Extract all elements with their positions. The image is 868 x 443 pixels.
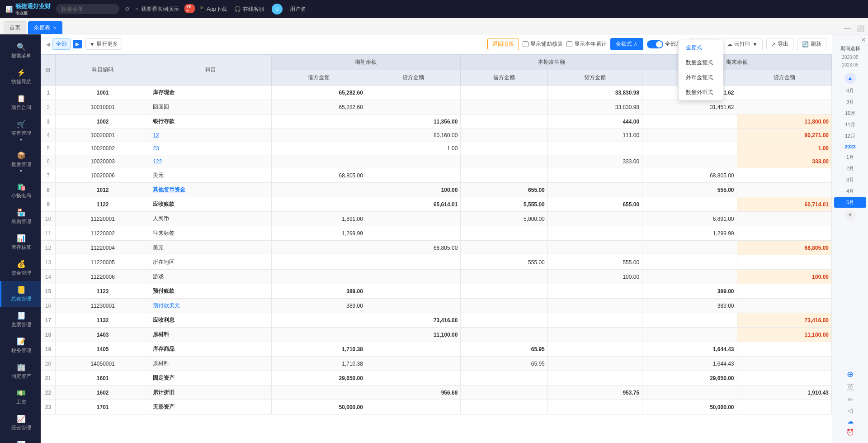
cell-closing-debit[interactable] [642, 155, 737, 168]
cell-code[interactable]: 10010001 [56, 100, 150, 114]
cell-closing-credit[interactable] [737, 357, 831, 371]
cell-opening-debit[interactable] [271, 328, 366, 342]
cell-closing-credit[interactable] [737, 342, 831, 357]
cell-closing-debit[interactable]: 29,650.00 [642, 371, 737, 386]
cell-closing-debit[interactable] [642, 241, 737, 255]
cell-closing-credit[interactable] [737, 299, 831, 313]
cell-closing-debit[interactable]: 31,451.62 [642, 100, 737, 114]
cell-code[interactable]: 10020003 [56, 155, 150, 168]
cell-opening-debit[interactable] [271, 270, 366, 284]
sidebar-item-quicknav[interactable]: ⚡ 快捷导航 [0, 64, 41, 90]
cell-opening-credit[interactable] [366, 168, 460, 183]
cell-current-credit[interactable] [547, 342, 642, 357]
cell-name[interactable]: 所在地区 [150, 255, 271, 270]
cell-current-debit[interactable]: 5,000.00 [461, 212, 547, 226]
cell-current-credit[interactable] [547, 400, 642, 414]
tab-home[interactable]: 首页 [4, 21, 26, 34]
sidebar-item-ops[interactable]: 📈 经营管理 [0, 410, 41, 436]
bottom-icon-5[interactable]: ☁ [847, 418, 854, 425]
cell-current-debit[interactable]: 5,555.00 [461, 197, 547, 212]
table-row[interactable]: 81012其他货币资金100.00655.00555.00 [41, 183, 832, 197]
cell-code[interactable]: 11220005 [56, 255, 150, 270]
cell-current-credit[interactable] [547, 142, 642, 155]
demo-link[interactable]: ○ 我要看实例演示 [135, 5, 179, 13]
table-row[interactable]: 91122应收账款65,614.015,555.00655.0060,714.0… [41, 197, 832, 212]
cell-current-debit[interactable] [461, 86, 547, 100]
cell-opening-credit[interactable]: 956.68 [366, 386, 460, 400]
show-ytd-label[interactable]: 显示本年累计 [566, 40, 607, 48]
month-1[interactable]: 1月 [834, 152, 866, 162]
cell-opening-debit[interactable] [271, 241, 366, 255]
table-row[interactable]: 610020003122333.00333.00 [41, 155, 832, 168]
cell-code[interactable]: 10020001 [56, 129, 150, 142]
cell-opening-debit[interactable]: 65,282.60 [271, 86, 366, 100]
sidebar-item-wholesale[interactable]: 📦 批发管理 ▼ [0, 147, 41, 178]
cell-name[interactable]: 预付款美元 [150, 299, 271, 313]
sidebar-item-purchase[interactable]: 🏪 采购管理 [0, 204, 41, 229]
cell-opening-debit[interactable]: 1,299.99 [271, 226, 366, 241]
cell-rownum[interactable]: 6 [41, 155, 56, 168]
cell-rownum[interactable]: 2 [41, 100, 56, 114]
cell-current-debit[interactable] [461, 328, 547, 342]
cell-opening-credit[interactable] [366, 100, 460, 114]
show-aux-checkbox[interactable] [523, 41, 528, 47]
cell-closing-debit[interactable] [642, 114, 737, 129]
cell-name[interactable]: 美元 [150, 168, 271, 183]
cell-opening-credit[interactable] [366, 226, 460, 241]
notification-area[interactable]: 🔔 99 + [184, 6, 191, 12]
month-next-btn[interactable]: ▼ [845, 210, 856, 220]
user-avatar[interactable]: U [272, 4, 283, 14]
table-row[interactable]: 171132应收利息73,416.0073,416.00 [41, 313, 832, 328]
cell-closing-credit[interactable] [737, 86, 831, 100]
cell-closing-debit[interactable]: 6,891.00 [642, 212, 737, 226]
cell-name[interactable]: 银行存款 [150, 114, 271, 129]
cell-current-credit[interactable] [547, 299, 642, 313]
cell-code[interactable]: 1123 [56, 284, 150, 299]
month-4[interactable]: 4月 [834, 186, 866, 196]
month-11[interactable]: 11月 [834, 119, 866, 130]
month-8[interactable]: 8月 [834, 86, 866, 96]
cell-current-debit[interactable] [461, 142, 547, 155]
cell-closing-credit[interactable]: 11,100.00 [737, 328, 831, 342]
cell-code[interactable]: 1132 [56, 313, 150, 328]
cell-current-debit[interactable] [461, 371, 547, 386]
table-row[interactable]: 1311220005所在地区555.00555.00 [41, 255, 832, 270]
cell-current-credit[interactable] [547, 212, 642, 226]
cell-name[interactable]: 往来标签 [150, 226, 271, 241]
cell-rownum[interactable]: 11 [41, 226, 56, 241]
expand-switch[interactable] [647, 40, 663, 48]
bottom-icon-4[interactable]: ◁ [848, 407, 853, 414]
cell-closing-debit[interactable]: 1,299.99 [642, 226, 737, 241]
cell-closing-credit[interactable]: 1.00 [737, 142, 831, 155]
cell-code[interactable]: 1405 [56, 342, 150, 357]
cell-closing-debit[interactable] [642, 313, 737, 328]
cell-rownum[interactable]: 10 [41, 212, 56, 226]
cell-opening-debit[interactable] [271, 155, 366, 168]
cell-name[interactable]: 预付账款 [150, 284, 271, 299]
cell-closing-debit[interactable]: 68,805.00 [642, 168, 737, 183]
cell-current-debit[interactable] [461, 270, 547, 284]
cell-opening-credit[interactable] [366, 299, 460, 313]
cell-closing-credit[interactable]: 1,910.43 [737, 386, 831, 400]
cell-name[interactable]: 122 [150, 155, 271, 168]
bottom-icon-6[interactable]: ⏰ [846, 429, 854, 436]
table-row[interactable]: 1411220006游戏100.00100.00 [41, 270, 832, 284]
cell-opening-debit[interactable]: 1,710.38 [271, 342, 366, 357]
back-to-old-btn[interactable]: 退回旧版 [487, 38, 519, 50]
cell-name[interactable]: 应收利息 [150, 313, 271, 328]
cell-rownum[interactable]: 13 [41, 255, 56, 270]
cell-current-debit[interactable] [461, 400, 547, 414]
cell-opening-debit[interactable] [271, 255, 366, 270]
cell-rownum[interactable]: 19 [41, 342, 56, 357]
cell-current-debit[interactable]: 65.95 [461, 357, 547, 371]
cell-current-credit[interactable] [547, 328, 642, 342]
cell-opening-credit[interactable] [366, 357, 460, 371]
cell-code[interactable]: 11230001 [56, 299, 150, 313]
cell-rownum[interactable]: 22 [41, 386, 56, 400]
cell-opening-debit[interactable] [271, 114, 366, 129]
dropdown-item-fx-amount[interactable]: 外币金额式 [679, 70, 723, 85]
sidebar-item-capital[interactable]: 💰 资金管理 [0, 255, 41, 281]
service-btn[interactable]: 🎧 在线客服 [234, 5, 264, 13]
month-10[interactable]: 10月 [834, 108, 866, 119]
cell-current-credit[interactable]: 33,830.98 [547, 86, 642, 100]
